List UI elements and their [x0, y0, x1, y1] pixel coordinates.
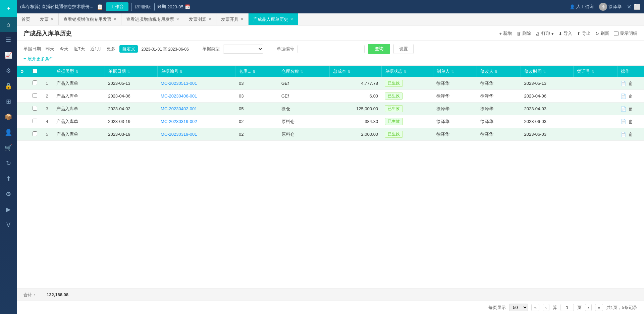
row-select-1[interactable] [33, 93, 37, 98]
row-select-0[interactable] [33, 80, 37, 85]
th-status[interactable]: 单据状态⇅ [381, 66, 433, 77]
th-modifier[interactable]: 修改人⇅ [477, 66, 521, 77]
sidebar-item-cart[interactable]: 🛒 [0, 140, 17, 155]
row-checkbox-4[interactable] [29, 128, 41, 141]
row-number-3[interactable]: MC-20230319-002 [157, 115, 235, 128]
th-creator[interactable]: 制单人⇅ [433, 66, 477, 77]
import-button[interactable]: ⬇ 导入 [558, 30, 572, 37]
maximize-window-button[interactable]: ⬜ [634, 4, 641, 10]
next-page-button[interactable]: › [585, 304, 592, 311]
row-delete-icon-0[interactable]: 🗑 [628, 81, 633, 86]
row-checkbox-1[interactable] [29, 90, 41, 103]
shortcut-custom[interactable]: 自定义 [119, 45, 138, 53]
sidebar-item-upload[interactable]: ⬆ [0, 171, 17, 186]
sidebar-item-gear2[interactable]: ⚙ [0, 186, 17, 202]
tab-invoice-close[interactable]: ✕ [51, 17, 54, 21]
sidebar-item-refresh[interactable]: ↻ [0, 155, 17, 171]
row-delete-icon-4[interactable]: 🗑 [628, 132, 633, 137]
shortcut-yesterday[interactable]: 昨天 [44, 45, 56, 53]
row-select-2[interactable] [33, 106, 37, 111]
sidebar-item-lock[interactable]: 🔒 [0, 78, 17, 94]
number-filter-input[interactable] [298, 45, 365, 53]
tab-purchase-invoice-close[interactable]: ✕ [176, 17, 179, 21]
row-number-2[interactable]: MC-20230402-001 [157, 103, 235, 115]
company-selector[interactable]: (库存核算) 直播轻捷通信息技术股份... ▾ [20, 4, 94, 10]
expand-more-button[interactable]: ≡ 展开更多条件 [23, 56, 637, 62]
row-checkbox-2[interactable] [29, 103, 41, 115]
tab-invoice[interactable]: 发票 ✕ [35, 13, 59, 25]
show-detail-toggle[interactable]: 显示明细 [614, 30, 637, 37]
tab-invoice-open[interactable]: 发票开具 ✕ [216, 13, 249, 25]
th-modify-time[interactable]: 修改时间⇅ [521, 66, 573, 77]
tab-home[interactable]: 首页 [17, 13, 35, 25]
row-edit-icon-2[interactable]: 📄 [621, 106, 626, 112]
shortcut-1month[interactable]: 近1月 [89, 45, 103, 53]
row-edit-icon-3[interactable]: 📄 [621, 119, 626, 124]
tab-invoice-calc-close[interactable]: ✕ [208, 17, 211, 21]
sidebar-item-chart[interactable]: 📈 [0, 48, 17, 63]
sidebar-item-people[interactable]: 👤 [0, 125, 17, 140]
row-delete-icon-2[interactable]: 🗑 [628, 106, 633, 112]
user-menu[interactable]: 徐 徐泽华 [599, 3, 622, 11]
row-checkbox-0[interactable] [29, 77, 41, 90]
sidebar-item-play[interactable]: ▶ [0, 202, 17, 217]
th-settings[interactable]: ⚙ [17, 66, 29, 77]
close-window-button[interactable]: ✕ [627, 4, 631, 10]
tab-purchase-invoice[interactable]: 查看进项增值税专用发票 ✕ [121, 13, 184, 25]
th-warehouse-name[interactable]: 仓库名称⇅ [278, 66, 330, 77]
workbench-button[interactable]: 工作台 [106, 2, 128, 11]
delete-button[interactable]: 🗑 删除 [517, 30, 531, 37]
sidebar-item-grid[interactable]: ⊞ [0, 94, 17, 109]
last-page-button[interactable]: » [595, 304, 603, 311]
tab-invoice-calc[interactable]: 发票测算 ✕ [184, 13, 216, 25]
tab-sales-invoice[interactable]: 查看销项增值税专用发票 ✕ [59, 13, 121, 25]
tab-product-history[interactable]: 产成品入库单历史 ✕ [249, 13, 298, 25]
row-number-link-0[interactable]: MC-20230513-001 [161, 81, 197, 86]
row-number-link-4[interactable]: MC-20230319-001 [161, 132, 197, 137]
sidebar-item-box[interactable]: 📦 [0, 109, 17, 125]
first-page-button[interactable]: « [531, 304, 539, 311]
sidebar-item-v[interactable]: V [0, 217, 17, 233]
row-number-link-3[interactable]: MC-20230319-002 [161, 119, 197, 124]
page-number-input[interactable] [560, 304, 574, 311]
th-total-cost[interactable]: 总成本⇅ [330, 66, 381, 77]
sidebar-item-home[interactable]: ⌂ [0, 17, 17, 32]
th-date[interactable]: 单据日期⇅ [105, 66, 157, 77]
row-edit-icon-0[interactable]: 📄 [621, 81, 626, 86]
row-delete-icon-3[interactable]: 🗑 [628, 119, 633, 124]
row-edit-icon-1[interactable]: 📄 [621, 93, 626, 99]
row-edit-icon-4[interactable]: 📄 [621, 132, 626, 137]
tab-invoice-open-close[interactable]: ✕ [240, 17, 244, 21]
row-number-link-1[interactable]: MC-20230406-001 [161, 93, 197, 99]
shortcut-today[interactable]: 今天 [58, 45, 70, 53]
tab-sales-invoice-close[interactable]: ✕ [113, 17, 116, 21]
switch-old-button[interactable]: 切到旧版 [131, 3, 155, 11]
select-all-checkbox[interactable] [33, 69, 37, 73]
shortcut-7days[interactable]: 近7天 [72, 45, 86, 53]
th-checkbox[interactable] [29, 66, 41, 77]
th-number[interactable]: 单据编号⇅ [157, 66, 235, 77]
show-detail-checkbox[interactable] [614, 31, 619, 36]
refresh-button[interactable]: ↻ 刷新 [595, 30, 609, 37]
row-delete-icon-1[interactable]: 🗑 [628, 93, 633, 99]
sidebar-item-settings[interactable]: ⚙ [0, 63, 17, 78]
print-button[interactable]: 🖨 打印 ▾ [536, 30, 554, 37]
row-number-0[interactable]: MC-20230513-001 [157, 77, 235, 90]
per-page-select[interactable]: 50 100 200 [509, 304, 528, 311]
help-button[interactable]: 👤 人工咨询 [570, 4, 594, 10]
row-select-4[interactable] [33, 131, 37, 136]
shortcut-more[interactable]: 更多 [105, 45, 117, 53]
row-number-link-2[interactable]: MC-20230402-001 [161, 106, 197, 111]
tab-product-history-close[interactable]: ✕ [290, 17, 293, 21]
row-checkbox-3[interactable] [29, 115, 41, 128]
export-button[interactable]: ⬆ 导出 [577, 30, 591, 37]
prev-page-button[interactable]: ‹ [543, 304, 549, 311]
new-button[interactable]: + 新增 [499, 30, 512, 37]
row-select-3[interactable] [33, 119, 37, 123]
setting-button[interactable]: 设置 [393, 44, 414, 54]
type-filter-select[interactable] [223, 45, 263, 54]
th-voucher[interactable]: 凭证号⇅ [573, 66, 617, 77]
row-number-1[interactable]: MC-20230406-001 [157, 90, 235, 103]
th-type[interactable]: 单据类型⇅ [53, 66, 105, 77]
sidebar-item-document[interactable]: ☰ [0, 32, 17, 48]
